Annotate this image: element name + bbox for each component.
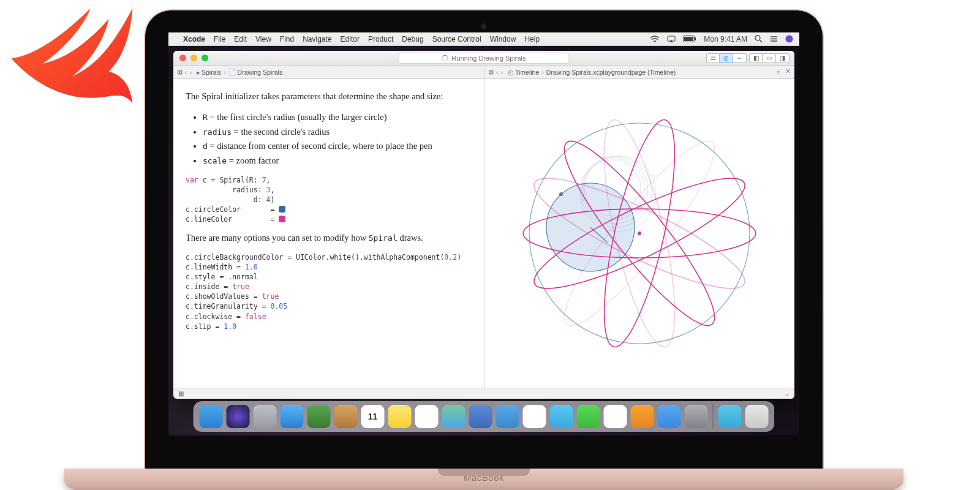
editor-mode-segmented: ☰ ◎ ↔ <box>706 53 747 63</box>
spiral-rendering <box>511 105 768 362</box>
xcode-window: Running Drawing Spirals ☰ ◎ ↔ ◧ ▭ ◨ <box>173 51 794 399</box>
crumb-project[interactable]: Spirals <box>202 69 221 76</box>
titlebar: Running Drawing Spirals ☰ ◎ ↔ ◧ ▭ ◨ <box>173 51 794 66</box>
param-list: R = the first circle's radius (usually t… <box>203 111 469 168</box>
dock-maps-icon[interactable] <box>442 405 466 428</box>
dock-trash-icon[interactable] <box>745 405 769 428</box>
notification-center-icon[interactable] <box>770 35 778 43</box>
dock-ibooks-icon[interactable] <box>631 405 654 428</box>
siri-icon[interactable] <box>785 35 793 43</box>
svg-point-17 <box>559 192 563 196</box>
menu-editor[interactable]: Editor <box>341 35 360 43</box>
nav-forward-button[interactable]: › <box>190 69 192 76</box>
dock-launchpad-icon[interactable] <box>254 405 277 428</box>
related-items-icon-r[interactable]: ⊞ <box>488 68 494 76</box>
dock-settings-icon[interactable] <box>685 405 708 428</box>
close-assistant-button[interactable]: ✕ <box>785 67 791 77</box>
dock-siri-icon[interactable] <box>227 405 250 428</box>
color-swatch-magenta[interactable] <box>279 216 285 222</box>
dock-reminders-icon[interactable] <box>415 405 439 428</box>
menu-debug[interactable]: Debug <box>402 35 423 43</box>
dock-xcode-icon[interactable] <box>469 405 492 428</box>
svg-rect-3 <box>695 37 696 40</box>
menu-window[interactable]: Window <box>490 35 516 43</box>
dock-preview-icon[interactable] <box>307 405 331 428</box>
timeline-view <box>484 79 794 388</box>
source-editor[interactable]: The Spiral initializer takes parameters … <box>173 79 484 388</box>
prose-mid: There are many options you can set to mo… <box>186 232 469 245</box>
debug-toggle-icon[interactable]: ▦ <box>178 390 184 397</box>
clock[interactable]: Mon 9:41 AM <box>704 35 747 43</box>
dock-appstore-icon[interactable] <box>658 405 681 428</box>
svg-point-9 <box>786 36 793 43</box>
svg-rect-2 <box>684 37 693 41</box>
standard-editor-button[interactable]: ☰ <box>706 53 720 63</box>
menu-source-control[interactable]: Source Control <box>432 35 481 43</box>
svg-line-5 <box>760 40 762 42</box>
macbook-hinge <box>64 469 903 490</box>
crumb-timeline-page[interactable]: Drawing Spirals.xcplaygroundpage (Timeli… <box>546 69 676 76</box>
macbook-frame: Xcode File Edit View Find Navigate Edito… <box>144 9 824 475</box>
debug-filter-icon[interactable]: ⌄ <box>785 390 790 397</box>
dock-downloads-icon[interactable] <box>718 405 742 428</box>
assistant-editor-button[interactable]: ◎ <box>720 53 733 63</box>
nav-back-button[interactable]: ‹ <box>185 69 187 76</box>
activity-text: Running Drawing Spirals <box>451 55 526 62</box>
battery-icon[interactable] <box>683 36 696 42</box>
version-editor-button[interactable]: ↔ <box>733 53 747 63</box>
crumb-timeline[interactable]: Timeline <box>515 69 539 76</box>
add-assistant-button[interactable]: + <box>775 67 780 77</box>
minimize-button[interactable] <box>190 55 197 61</box>
prose-intro: The Spiral initializer takes parameters … <box>186 90 469 104</box>
dock-facetime-icon[interactable] <box>577 405 600 428</box>
color-swatch-blue[interactable] <box>279 206 285 213</box>
zoom-button[interactable] <box>202 55 208 61</box>
close-button[interactable] <box>179 55 186 61</box>
toggle-debug-button[interactable]: ▭ <box>763 53 776 63</box>
dock-messages-icon[interactable] <box>550 405 573 428</box>
nav-back-button-r[interactable]: ‹ <box>496 69 499 76</box>
dock-divider <box>713 404 714 429</box>
menu-help[interactable]: Help <box>524 35 540 43</box>
menubar: Xcode File Edit View Find Navigate Edito… <box>168 32 799 46</box>
dock-photos-icon[interactable] <box>523 405 546 428</box>
menu-edit[interactable]: Edit <box>234 35 247 43</box>
dock-itunes-icon[interactable] <box>604 405 627 428</box>
dock: 11 <box>194 401 775 432</box>
related-items-icon[interactable]: ⊞ <box>177 68 183 76</box>
activity-viewer[interactable]: Running Drawing Spirals <box>398 53 569 64</box>
dock-safari-icon[interactable] <box>281 405 304 428</box>
swift-logo-icon <box>3 3 141 135</box>
pane-toggle-segmented: ◧ ▭ ◨ <box>749 53 790 63</box>
debug-bar: ▦ ⌄ <box>173 388 794 399</box>
menu-find[interactable]: Find <box>280 35 294 43</box>
wifi-icon[interactable] <box>650 36 660 43</box>
menu-view[interactable]: View <box>255 35 271 43</box>
code-block-1[interactable]: var c = Spiral(R: 7, radius: 3, d: 4) c.… <box>186 175 469 224</box>
svg-point-26 <box>638 232 641 235</box>
jump-bar: ⊞ ‹ › ▸ Spirals › 📄 Drawing Spirals <box>173 66 794 79</box>
spotlight-icon[interactable] <box>755 35 763 43</box>
dock-keynote-icon[interactable] <box>496 405 519 428</box>
menu-product[interactable]: Product <box>368 35 393 43</box>
svg-point-4 <box>755 36 760 40</box>
airplay-icon[interactable] <box>667 36 676 43</box>
toggle-navigator-button[interactable]: ◧ <box>749 53 763 63</box>
app-menu[interactable]: Xcode <box>183 35 205 43</box>
dock-notes-icon[interactable] <box>388 405 412 428</box>
dock-calendar-icon[interactable]: 11 <box>361 405 385 428</box>
dock-finder-icon[interactable] <box>200 405 223 428</box>
dock-contacts-icon[interactable] <box>334 405 358 428</box>
toggle-inspector-button[interactable]: ◨ <box>776 53 790 63</box>
menu-file[interactable]: File <box>214 35 225 43</box>
crumb-file[interactable]: Drawing Spirals <box>238 69 283 76</box>
spinner-icon <box>442 55 448 61</box>
code-block-2[interactable]: c.circleBackgroundColor = UIColor.white(… <box>186 252 469 331</box>
camera-icon <box>481 24 486 29</box>
menu-navigate[interactable]: Navigate <box>303 35 331 43</box>
nav-forward-button-r[interactable]: › <box>501 69 503 76</box>
